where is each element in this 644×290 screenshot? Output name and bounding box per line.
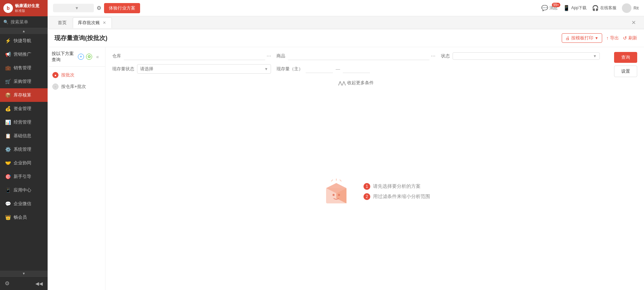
- operations-icon: 📊: [5, 119, 11, 125]
- sales-icon: 💼: [5, 65, 11, 71]
- menu-label: 系统管理: [14, 146, 31, 152]
- product-filter-dots[interactable]: ···: [431, 53, 435, 59]
- sidebar-item-finance[interactable]: 💰 资金管理: [0, 102, 48, 115]
- breadcrumb-input[interactable]: ▼: [53, 4, 94, 12]
- scheme-label: 按仓库+批次: [61, 84, 86, 90]
- svg-line-7: [340, 180, 341, 181]
- scheme-item-by-batch[interactable]: ● 按批次: [48, 69, 105, 81]
- sidebar-item-newbie-guide[interactable]: 🎯 新手引导: [0, 170, 48, 183]
- refresh-button[interactable]: ↺ 刷新: [623, 35, 637, 41]
- inv-qty-from-input[interactable]: [306, 65, 333, 73]
- inv-qty-to-input[interactable]: [343, 65, 370, 73]
- sidebar-item-basic-info[interactable]: 📋 基础信息: [0, 129, 48, 143]
- app-version: 标准版: [15, 8, 39, 13]
- tab-home-label: 首页: [58, 20, 67, 26]
- export-icon: ↑: [606, 35, 609, 41]
- content-area: 按以下方案查询 + ⚙ « ● 按批次 ○ 按仓库+批次: [48, 47, 644, 290]
- filter-row-1: 仓库 ··· 商品 ··· 状态: [112, 52, 600, 60]
- tab-home[interactable]: 首页: [53, 18, 71, 28]
- export-label: 导出: [610, 35, 619, 41]
- user-name: Rit: [633, 6, 639, 11]
- add-scheme-button[interactable]: +: [78, 54, 84, 60]
- tip-text-2: 用过滤条件来缩小分析范围: [373, 194, 430, 200]
- sidebar-item-quick-nav[interactable]: ⚡ 快捷导航: [0, 34, 48, 48]
- topbar-gear-icon[interactable]: ⚙: [97, 5, 101, 11]
- sidebar-header: b 畅康通好生意 标准版: [0, 0, 48, 16]
- breadcrumb-text: [56, 5, 73, 11]
- menu-label: 企业微信: [14, 201, 31, 207]
- tab-close-icon[interactable]: ✕: [102, 20, 107, 25]
- sidebar-item-purchase[interactable]: 🛒 采购管理: [0, 75, 48, 88]
- topbar-left: ▼ ⚙ 体验行业方案: [53, 3, 538, 13]
- trial-button[interactable]: 体验行业方案: [104, 3, 140, 13]
- inv-status-label: 现存量状态: [112, 66, 134, 72]
- app-download-button[interactable]: 📱 App下载: [563, 5, 587, 11]
- query-button[interactable]: 查询: [614, 52, 637, 63]
- warehouse-filter-input[interactable]: [124, 52, 265, 60]
- inventory-icon: 📦: [5, 92, 11, 98]
- app-download-icon: 📱: [563, 5, 570, 11]
- page-actions: 🖨 按模板打印 ▼ ↑ 导出 ↺ 刷新: [562, 33, 637, 43]
- scheme-item-by-warehouse-batch[interactable]: ○ 按仓库+批次: [48, 81, 105, 92]
- newbie-guide-icon: 🎯: [5, 174, 11, 180]
- finance-icon: 💰: [5, 106, 11, 112]
- warehouse-filter-dots[interactable]: ···: [267, 53, 271, 59]
- menu-label: 销售管理: [14, 65, 31, 71]
- breadcrumb-dropdown-icon[interactable]: ▼: [75, 6, 79, 11]
- tab-bar-close-button[interactable]: ✕: [629, 19, 639, 26]
- sidebar-item-sales[interactable]: 💼 销售管理: [0, 61, 48, 75]
- collapse-conditions-button[interactable]: ⋀⋀ 收起更多条件: [112, 78, 600, 88]
- export-button[interactable]: ↑ 导出: [606, 35, 619, 41]
- sidebar-item-operations[interactable]: 📊 经营管理: [0, 115, 48, 129]
- basic-info-icon: 📋: [5, 133, 11, 139]
- template-print-button[interactable]: 🖨 按模板打印 ▼: [562, 33, 602, 43]
- app-center-icon: 📱: [5, 187, 11, 193]
- service-button[interactable]: 🎧 在线客服: [592, 5, 616, 11]
- sidebar-item-enterprise-wechat[interactable]: 💬 企业微信: [0, 197, 48, 211]
- tab-inventory-batch[interactable]: 库存批次账 ✕: [73, 17, 112, 28]
- tip-num-2: 2: [363, 193, 370, 200]
- scheme-list: ● 按批次 ○ 按仓库+批次: [48, 67, 105, 95]
- marketing-icon: 📢: [5, 51, 11, 57]
- search-menu-item[interactable]: 🔍 搜索菜单: [0, 16, 48, 28]
- messages-button[interactable]: 💬 消息 99+: [541, 5, 558, 11]
- product-filter-input[interactable]: [288, 52, 429, 60]
- menu-label: 采购管理: [14, 78, 31, 85]
- sidebar-scroll-down[interactable]: ▼: [0, 271, 48, 276]
- purchase-icon: 🛒: [5, 78, 11, 85]
- filter-product-group: 商品 ···: [276, 52, 435, 60]
- action-buttons: 查询 设置: [614, 52, 637, 77]
- sidebar-item-enterprise-collab[interactable]: 🤝 企业协同: [0, 156, 48, 170]
- main-content: ▼ ⚙ 体验行业方案 💬 消息 99+ 📱 App下载 🎧 在线客服 Rit: [48, 0, 644, 290]
- scheme-settings-button[interactable]: ⚙: [86, 54, 92, 60]
- sidebar-collapse-button[interactable]: ◀◀: [35, 281, 43, 286]
- collapse-conditions-label: 收起更多条件: [347, 80, 374, 86]
- search-icon: 🔍: [3, 20, 9, 24]
- inv-qty-range: —: [306, 65, 435, 73]
- status-filter-select[interactable]: ▼: [453, 52, 600, 60]
- user-info[interactable]: Rit: [622, 3, 639, 13]
- sidebar-item-system[interactable]: ⚙️ 系统管理: [0, 143, 48, 156]
- sidebar-gear-button[interactable]: ⚙: [5, 280, 10, 287]
- left-panel: 按以下方案查询 + ⚙ « ● 按批次 ○ 按仓库+批次: [48, 47, 105, 290]
- app-logo: b: [3, 3, 13, 13]
- menu-label: 经营管理: [14, 119, 31, 125]
- logo-char: b: [7, 5, 10, 11]
- page-title: 现存量查询(按批次): [54, 34, 107, 42]
- sidebar-item-marketing[interactable]: 📢 营销推广: [0, 48, 48, 61]
- service-label: 在线客服: [600, 5, 616, 11]
- collapse-panel-button[interactable]: «: [94, 53, 101, 60]
- print-dropdown-icon[interactable]: ▼: [595, 36, 598, 40]
- sidebar-item-inventory[interactable]: 📦 库存核算: [0, 88, 48, 102]
- sidebar-scroll-up[interactable]: ▲: [0, 28, 48, 34]
- inv-qty-label: 现存量（主）: [276, 66, 303, 72]
- settings-button[interactable]: 设置: [614, 66, 637, 77]
- filter-warehouse-group: 仓库 ···: [112, 52, 271, 60]
- empty-content: 1 请先选择要分析的方案 2 用过滤条件来缩小分析范围: [319, 175, 430, 209]
- inv-status-select[interactable]: 请选择 ▼: [137, 64, 271, 74]
- sidebar-item-member[interactable]: 👑 畅会员: [0, 211, 48, 224]
- system-icon: ⚙️: [5, 146, 11, 152]
- sidebar-menu: ⚡ 快捷导航 📢 营销推广 💼 销售管理 🛒 采购管理 📦 库存核算 💰 资金管…: [0, 34, 48, 271]
- tab-inventory-batch-label: 库存批次账: [78, 20, 100, 26]
- sidebar-item-app-center[interactable]: 📱 应用中心: [0, 183, 48, 197]
